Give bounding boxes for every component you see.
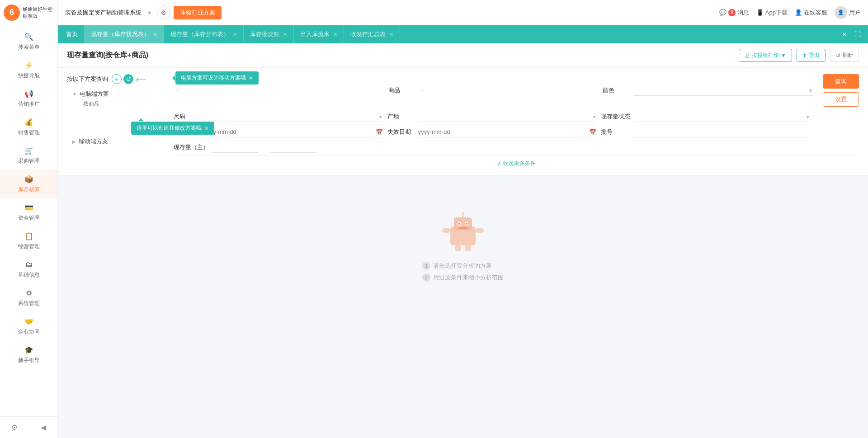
reset-button[interactable]: 设置 <box>823 92 859 107</box>
sidebar-item-basic[interactable]: 🗂 基础信息 <box>0 255 57 283</box>
app-download-label: App下载 <box>765 9 788 17</box>
stock-status-select[interactable] <box>634 111 810 122</box>
filter-field-warehouse: ··· <box>174 87 384 94</box>
stock-main-to-input[interactable] <box>271 142 316 153</box>
tab-label-inventory-batch: 库存批次账 <box>250 30 279 38</box>
sidebar-bottom: ⚙ ◀ <box>0 416 57 438</box>
step-1-text: 请先选择要分析的方案 <box>433 260 492 272</box>
sidebar-item-quick-nav[interactable]: ⚡ 快捷导航 <box>0 56 57 84</box>
sidebar-item-purchase[interactable]: 🛒 采购管理 <box>0 141 57 170</box>
tabs-end: ✕ ⛶ <box>836 30 866 39</box>
tab-close-all-icon[interactable]: ✕ <box>840 30 849 39</box>
tab-inventory-batch[interactable]: 库存批次账✕ <box>244 25 294 43</box>
sidebar-item-enterprise[interactable]: 🤝 企业协同 <box>0 312 57 340</box>
scheme-item-by-goods[interactable]: 按商品 <box>80 99 166 109</box>
scheme-group-mobile-arrow-icon: ▶ <box>72 139 76 144</box>
tab-in-out-flow[interactable]: 出入库流水✕ <box>294 25 344 43</box>
color-select[interactable] <box>633 85 813 96</box>
origin-select[interactable] <box>418 111 597 122</box>
tooltip-create-text: 这里可以创建和修改方案哦 <box>137 124 202 132</box>
sidebar-item-operations[interactable]: 📋 经营管理 <box>0 226 57 255</box>
sidebar-item-guide[interactable]: 🎓 新手引导 <box>0 340 57 369</box>
tooltip-desktop-close[interactable]: ✕ <box>249 75 253 81</box>
sidebar-item-search[interactable]: 🔍 搜索菜单 <box>0 27 57 56</box>
expire-date-label: 失效日期 <box>387 128 415 136</box>
size-select[interactable] <box>204 111 383 122</box>
nav-icon-operations: 📋 <box>24 231 34 241</box>
step-1-number: 1 <box>422 262 430 270</box>
sidebar-item-system[interactable]: ⚙ 系统管理 <box>0 283 57 312</box>
tab-inventory-status[interactable]: 现存量（库存状况表）✕ <box>85 25 164 43</box>
prod-date-input[interactable] <box>204 127 383 137</box>
tooltip-desktop: 电脑方案可设为移动方案哦 ✕ <box>175 71 259 85</box>
expire-date-input[interactable] <box>418 127 597 137</box>
filter-row-2: 尺码 ▼ 产地 ▼ <box>174 111 859 122</box>
tab-inventory-dist[interactable]: 现存量（库存分布表）✕ <box>164 25 244 43</box>
color-select-wrap: ▼ <box>633 85 813 96</box>
filter-field-color: 颜色 ▼ <box>603 85 813 96</box>
logo-text: 畅通道好生意 标准版 <box>23 6 52 19</box>
collapse-chevron-up-icon: ∧ <box>497 160 501 167</box>
nav-icon-purchase: 🛒 <box>24 146 34 155</box>
tab-close-inventory-batch[interactable]: ✕ <box>283 32 287 38</box>
sidebar-nav: 🔍 搜索菜单 ⚡ 快捷导航 📢 营销推广 💰 销售管理 🛒 采购管理 📦 库存核… <box>0 25 57 416</box>
export-icon: ⬆ <box>802 52 807 59</box>
warehouse-more-icon[interactable]: ··· <box>174 87 183 94</box>
settings-icon[interactable]: ⚙ <box>9 421 19 433</box>
topbar-right: 💬 9 消息 📱 App下载 👤 在线客服 👤 用户 <box>719 6 861 19</box>
refresh-scheme-button[interactable]: ↺ <box>123 74 133 84</box>
system-dropdown-icon[interactable]: ▼ <box>145 9 154 16</box>
filter-row-1: ··· 商品 ··· 颜色 ▼ <box>174 74 859 107</box>
tab-close-receive-send[interactable]: ✕ <box>389 32 393 38</box>
tab-home[interactable]: 首页 <box>60 25 85 43</box>
svg-point-4 <box>458 223 460 225</box>
tab-close-in-out-flow[interactable]: ✕ <box>333 32 337 38</box>
color-label: 颜色 <box>603 86 630 94</box>
sidebar-item-marketing[interactable]: 📢 营销推广 <box>0 84 57 113</box>
tooltip-create-close[interactable]: ✕ <box>204 125 209 132</box>
online-service-item[interactable]: 👤 在线客服 <box>795 9 827 17</box>
search-button[interactable]: 查询 <box>823 74 859 89</box>
collapse-button[interactable]: ∧ 收起更多条件 <box>174 155 859 171</box>
sidebar-item-sales[interactable]: 💰 销售管理 <box>0 113 57 141</box>
refresh-icon: ↺ <box>836 52 840 59</box>
batch-no-input[interactable] <box>632 127 810 137</box>
svg-rect-12 <box>458 227 467 229</box>
stock-main-from-input[interactable] <box>212 142 258 153</box>
expire-date-wrap: 📅 <box>418 127 597 137</box>
goods-more-icon[interactable]: ··· <box>419 87 428 94</box>
scheme-group-desktop-header[interactable]: ▼ 电脑端方案 <box>72 89 166 99</box>
tab-close-inventory-dist[interactable]: ✕ <box>233 32 237 38</box>
size-select-wrap: ▼ <box>204 111 383 122</box>
step-2-text: 用过滤条件来缩小分析范围 <box>433 272 504 283</box>
scheme-group-arrow-icon: ▼ <box>72 92 77 97</box>
topbar-settings-button[interactable]: ⚙ <box>157 6 170 19</box>
collapse-icon[interactable]: ◀ <box>39 421 48 433</box>
page-header: 现存量查询(按仓库+商品) 🖨 按模板打印 ▼ ⬆ 导出 ↺ 刷新 <box>58 43 868 68</box>
scheme-group-mobile-label: 移动端方案 <box>79 137 108 146</box>
nav-icon-search: 🔍 <box>24 32 34 42</box>
template-print-button[interactable]: 🖨 按模板打印 ▼ <box>739 49 792 62</box>
industry-plan-button[interactable]: 体验行业方案 <box>174 6 222 19</box>
app-download-item[interactable]: 📱 App下载 <box>756 9 788 17</box>
export-button[interactable]: ⬆ 导出 <box>797 49 826 62</box>
sidebar-item-finance[interactable]: 💳 资金管理 <box>0 198 57 226</box>
tab-maximize-icon[interactable]: ⛶ <box>853 30 863 39</box>
logo-icon: 6 <box>4 5 20 21</box>
scheme-group-mobile-header[interactable]: ▶ 移动端方案 <box>72 136 166 147</box>
size-label: 尺码 <box>174 113 201 121</box>
tab-receive-send[interactable]: 收发存汇总表✕ <box>344 25 400 43</box>
user-item[interactable]: 👤 用户 <box>835 6 861 19</box>
refresh-button[interactable]: ↺ 刷新 <box>830 49 859 62</box>
add-scheme-button[interactable]: + <box>112 74 122 84</box>
scheme-group-desktop-items: 按商品 <box>80 99 166 109</box>
tab-close-inventory-status[interactable]: ✕ <box>153 32 157 38</box>
nav-icon-enterprise: 🤝 <box>24 316 34 326</box>
svg-rect-10 <box>455 245 461 251</box>
filter-panel: 按以下方案查询 + ↺ ⟵ 电脑方案可设为移动方案哦 ✕ <box>58 68 868 176</box>
user-avatar: 👤 <box>835 6 847 19</box>
notification-item[interactable]: 💬 9 消息 <box>719 9 749 17</box>
topbar-left: 装备及固定资产辅助管理系统 ▼ ⚙ 体验行业方案 <box>65 6 222 19</box>
sidebar-item-inventory[interactable]: 📦 库存核算 <box>0 170 57 198</box>
sidebar: 6 畅通道好生意 标准版 🔍 搜索菜单 ⚡ 快捷导航 📢 营销推广 💰 销售管理… <box>0 0 58 438</box>
